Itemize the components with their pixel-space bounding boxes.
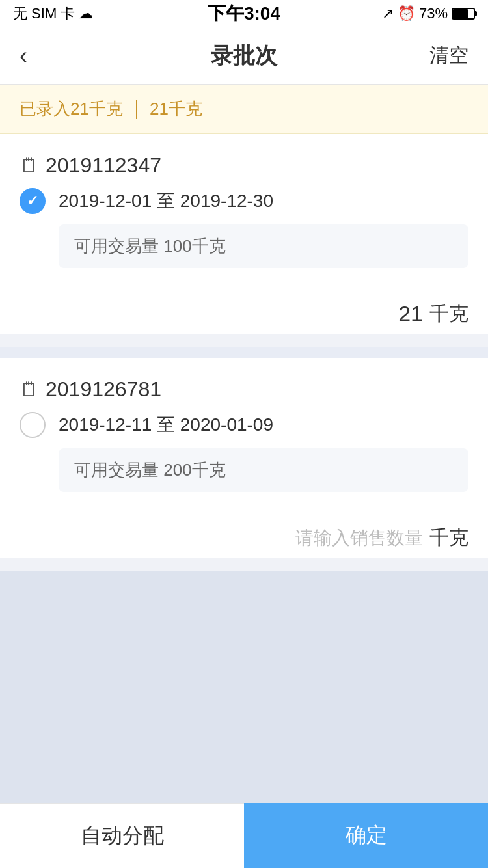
info-banner: 已录入21千克 21千克 [0, 85, 488, 134]
recorded-amount-label: 已录入21千克 [20, 98, 123, 120]
battery-icon [452, 8, 475, 20]
batch-1-radio[interactable] [20, 188, 46, 214]
section-separator [0, 347, 488, 358]
auto-distribute-button[interactable]: 自动分配 [0, 803, 244, 868]
batch-2-item: 🗒 2019126781 2019-12-11 至 2020-01-09 可用交… [0, 358, 488, 511]
nav-bar: ‹ 录批次 清空 [0, 27, 488, 85]
batch-2-available-box: 可用交易量 200千克 [59, 448, 468, 492]
amount-value: 21千克 [150, 98, 202, 120]
batch-2-header: 🗒 2019126781 [20, 377, 468, 401]
batch-1-quantity-unit: 千克 [429, 301, 468, 327]
batch-2-radio[interactable] [20, 412, 46, 438]
bottom-bar: 自动分配 确定 [0, 803, 488, 868]
batch-1-available-text: 可用交易量 100千克 [74, 236, 226, 256]
battery-percent: 73% [419, 5, 448, 22]
batch-2-input-row: 请输入销售数量 千克 [0, 511, 488, 558]
batch-2-available-text: 可用交易量 200千克 [74, 460, 226, 480]
batch-2-icon: 🗒 [20, 379, 39, 401]
batch-2-input-unit: 千克 [429, 524, 468, 551]
batch-1-header: 🗒 2019112347 [20, 154, 468, 178]
batch-1-quantity-value: 21 [398, 301, 423, 327]
page-title: 录批次 [211, 41, 277, 71]
clear-button[interactable]: 清空 [429, 42, 468, 69]
info-divider [136, 100, 137, 119]
batch-2-date: 2019-12-11 至 2020-01-09 [59, 413, 273, 437]
status-time: 下午3:04 [208, 1, 280, 26]
status-left: 无 SIM 卡 ☁ [13, 4, 93, 23]
status-right: ↗ ⏰ 73% [382, 5, 475, 22]
alarm-icon: ⏰ [398, 5, 415, 22]
batch-1-icon: 🗒 [20, 155, 39, 177]
batch-1-item: 🗒 2019112347 2019-12-01 至 2019-12-30 可用交… [0, 134, 488, 288]
sim-text: 无 SIM 卡 ☁ [13, 4, 93, 23]
batch-2-id: 2019126781 [46, 377, 161, 401]
batch-2-underline [312, 558, 468, 558]
status-bar: 无 SIM 卡 ☁ 下午3:04 ↗ ⏰ 73% [0, 0, 488, 27]
location-icon: ↗ [382, 5, 394, 22]
gray-area [0, 571, 488, 832]
batch-1-date: 2019-12-01 至 2019-12-30 [59, 189, 273, 213]
batch-1-date-row: 2019-12-01 至 2019-12-30 [20, 188, 468, 214]
back-button[interactable]: ‹ [20, 42, 59, 70]
batch-1-underline [338, 334, 468, 334]
batch-1-quantity-row: 21 千克 [0, 288, 488, 334]
batch-2-container: 🗒 2019126781 2019-12-11 至 2020-01-09 可用交… [0, 358, 488, 558]
batch-2-input-placeholder: 请输入销售数量 [295, 526, 423, 550]
batch-2-date-row: 2019-12-11 至 2020-01-09 [20, 412, 468, 438]
confirm-button[interactable]: 确定 [244, 803, 488, 868]
batch-1-id: 2019112347 [46, 154, 161, 178]
batch-1-available-box: 可用交易量 100千克 [59, 224, 468, 268]
batch-1-container: 🗒 2019112347 2019-12-01 至 2019-12-30 可用交… [0, 134, 488, 334]
